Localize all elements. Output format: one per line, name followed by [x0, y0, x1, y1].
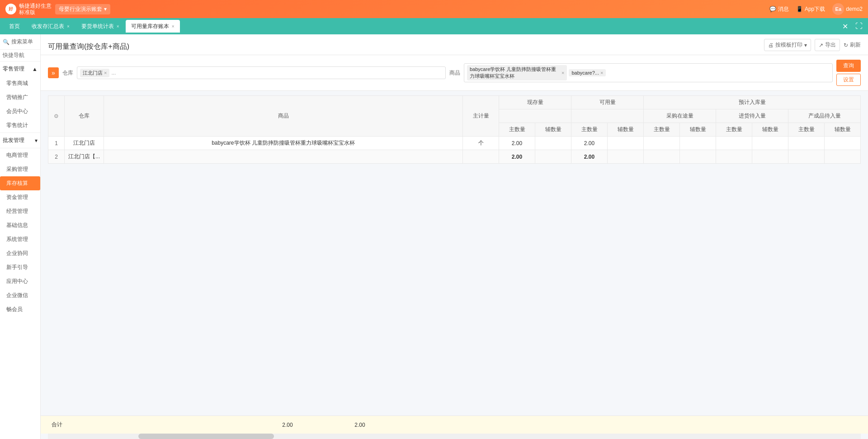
cell-avail-main-subtotal: 2.00 [571, 150, 608, 164]
template-print-button[interactable]: 🖨 按模板打印 ▾ [764, 39, 811, 51]
tab-receive-summary[interactable]: 收发存汇总表 × [26, 20, 75, 33]
sidebar-item-basic[interactable]: 基础信息 [0, 218, 40, 232]
sidebar-search[interactable]: 🔍 搜索菜单 [0, 34, 40, 50]
content-area: 可用量查询(按仓库+商品) 🖨 按模板打印 ▾ ↗ 导出 ↻ 刷新 [41, 34, 868, 439]
table-container[interactable]: ⚙ 仓库 商品 主计量 现存量 可用量 预计入库量 采购在途量 进货待入量 [41, 91, 868, 415]
th-prod-aux-qty: 辅数量 [825, 123, 861, 137]
th-stock-aux-qty: 辅数量 [535, 123, 571, 137]
logo-icon: 好 [5, 4, 16, 14]
sidebar-item-purchase[interactable]: 采购管理 [0, 162, 40, 176]
sidebar-item-app-center[interactable]: 应用中心 [0, 274, 40, 288]
cell-stock-aux [535, 137, 571, 150]
close-icon[interactable]: × [104, 70, 107, 76]
sidebar-item-retail-stats[interactable]: 零售统计 [0, 118, 40, 132]
th-product: 商品 [104, 96, 463, 137]
sidebar-item-operation[interactable]: 经营管理 [0, 204, 40, 218]
tab-order-stats[interactable]: 要货单统计表 × [76, 20, 125, 33]
product-filter-input[interactable]: babycare学饮杯 儿童防摔防撞吸管杯重力球吸嘴杯宝宝水杯 × babyca… [464, 63, 833, 82]
sidebar-item-system[interactable]: 系统管理 [0, 232, 40, 246]
sidebar-item-marketing[interactable]: 营销推广 [0, 90, 40, 104]
sidebar-item-vip-member[interactable]: 畅会员 [0, 302, 40, 316]
message-icon: 💬 [769, 6, 776, 12]
table-row: 2 江北门店【... 2.00 2.00 [48, 150, 861, 164]
cell-stock-main: 2.00 [499, 137, 535, 150]
cell-main-uom: 个 [463, 137, 499, 150]
cell-product-subtotal [104, 150, 463, 164]
sidebar-section-wholesale: 批发管理 ▾ [0, 133, 40, 148]
close-icon[interactable]: × [117, 24, 119, 29]
top-header: 好 畅捷通好生意 标准版 母婴行业演示账套 ▾ 💬 消息 📱 App下载 Ea … [0, 0, 868, 18]
cell-avail-aux-subtotal [608, 150, 644, 164]
sidebar-item-retail-mall[interactable]: 零售商城 [0, 76, 40, 90]
close-all-tabs-button[interactable]: ✕ [840, 20, 850, 33]
scrollbar-thumb[interactable] [138, 434, 274, 439]
sidebar-item-wechat-work[interactable]: 企业微信 [0, 288, 40, 302]
cell-inbound-aux [752, 137, 788, 150]
sidebar-item-enterprise[interactable]: 企业协同 [0, 246, 40, 260]
print-icon: 🖨 [768, 42, 774, 48]
th-avail-main-qty: 主数量 [571, 123, 608, 137]
setting-button[interactable]: 设置 [836, 74, 861, 86]
sidebar-item-finance[interactable]: 资金管理 [0, 190, 40, 204]
store-selector[interactable]: 母婴行业演示账套 ▾ [55, 4, 110, 14]
horizontal-scrollbar[interactable] [48, 434, 861, 439]
sidebar-item-inventory[interactable]: 库存核算 [0, 176, 40, 190]
sidebar-item-quick-nav[interactable]: 快捷导航 [0, 50, 40, 61]
avatar: Ea [832, 3, 844, 15]
warehouse-tag[interactable]: 江北门店 × [80, 69, 109, 77]
export-button[interactable]: ↗ 导出 [815, 39, 840, 51]
close-icon[interactable]: × [561, 70, 564, 76]
refresh-button[interactable]: ↻ 刷新 [844, 41, 861, 49]
cell-stock-main-subtotal: 2.00 [499, 150, 535, 164]
footer-label: 合计 [48, 421, 269, 429]
message-button[interactable]: 💬 消息 [769, 5, 789, 13]
cell-proc-aux [680, 137, 716, 150]
app-download-button[interactable]: 📱 App下载 [796, 5, 825, 13]
th-stock-main-qty: 主数量 [499, 123, 535, 137]
sidebar-section-header-wholesale[interactable]: 批发管理 ▾ [0, 133, 40, 148]
warehouse-filter-input[interactable]: 江北门店 × ... [77, 66, 446, 79]
th-inbound-aux-qty: 辅数量 [752, 123, 788, 137]
th-inbound-main-qty: 主数量 [716, 123, 752, 137]
chevron-down-icon: ▾ [104, 6, 107, 12]
footer-stock-main: 2.00 [269, 422, 306, 428]
page-actions: 🖨 按模板打印 ▾ ↗ 导出 ↻ 刷新 [764, 39, 861, 55]
th-available-sub [571, 109, 644, 123]
cell-prod-aux [825, 137, 861, 150]
close-icon[interactable]: × [600, 70, 603, 76]
gear-icon[interactable]: ⚙ [54, 113, 59, 119]
page-header: 可用量查询(按仓库+商品) 🖨 按模板打印 ▾ ↗ 导出 ↻ 刷新 [41, 34, 868, 55]
warehouse-more-indicator: ... [111, 70, 116, 76]
th-available: 可用量 [571, 96, 644, 109]
search-icon: 🔍 [3, 39, 9, 45]
query-button[interactable]: 查询 [836, 60, 861, 72]
cell-main-uom-subtotal [463, 150, 499, 164]
cell-warehouse-subtotal: 江北门店【... [65, 150, 104, 164]
cell-proc-main-subtotal [644, 150, 680, 164]
cell-prod-main [788, 137, 825, 150]
user-area[interactable]: Ea demo2 [832, 3, 863, 15]
cell-proc-main [644, 137, 680, 150]
filter-expand-button[interactable]: » [48, 67, 59, 78]
logo-text: 畅捷通好生意 标准版 [19, 3, 52, 16]
cell-product: babycare学饮杯 儿童防摔防撞吸管杯重力球吸嘴杯宝宝水杯 [104, 137, 463, 150]
sidebar-item-newbie[interactable]: 新手引导 [0, 260, 40, 274]
cell-prod-aux-subtotal [825, 150, 861, 164]
close-icon[interactable]: × [172, 24, 175, 29]
tab-available-ledger[interactable]: 可用量库存账本 × [126, 20, 180, 33]
sidebar-item-ecommerce[interactable]: 电商管理 [0, 148, 40, 162]
th-estimated-inbound: 预计入库量 [644, 96, 861, 109]
tab-home[interactable]: 首页 [4, 20, 25, 33]
sidebar-section-header-retail[interactable]: 零售管理 ▲ [0, 61, 40, 76]
bottom-totals-bar: 合计 2.00 2.00 [41, 415, 868, 434]
maximize-button[interactable]: ⛶ [854, 20, 864, 33]
close-icon[interactable]: × [67, 24, 70, 29]
sidebar-item-member[interactable]: 会员中心 [0, 104, 40, 118]
th-settings[interactable]: ⚙ [48, 96, 65, 137]
th-warehouse: 仓库 [65, 96, 104, 137]
cell-avail-aux [608, 137, 644, 150]
product-tag-1[interactable]: babycare学饮杯 儿童防摔防撞吸管杯重力球吸嘴杯宝宝水杯 × [467, 65, 567, 80]
th-proc-aux-qty: 辅数量 [680, 123, 716, 137]
row-number: 1 [48, 137, 65, 150]
product-tag-2[interactable]: babycare?... × [569, 69, 606, 76]
